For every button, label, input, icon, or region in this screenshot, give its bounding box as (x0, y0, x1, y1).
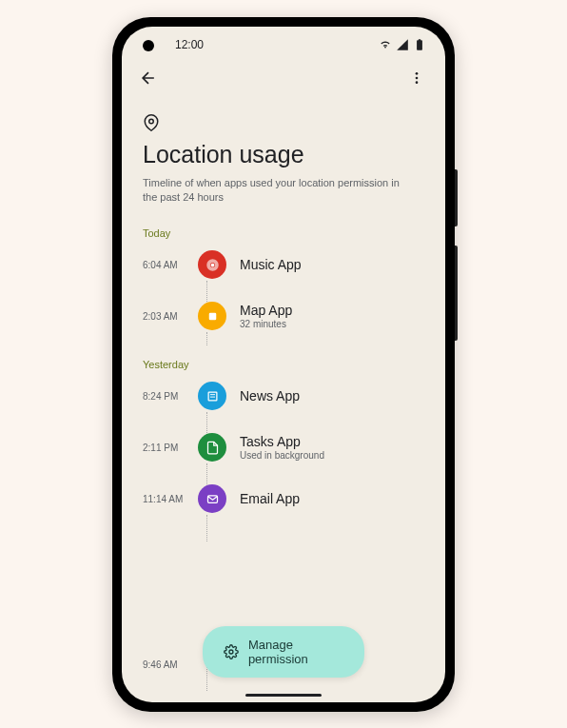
section-yesterday: Yesterday (143, 359, 424, 370)
content-area: Location usage Timeline of when apps use… (122, 103, 445, 537)
timeline-item[interactable]: 2:03 AM Map App 32 minutes (143, 302, 424, 353)
back-button[interactable] (139, 69, 158, 91)
partial-timeline-time: 9:46 AM (143, 659, 178, 670)
svg-point-10 (229, 650, 233, 654)
svg-point-4 (210, 263, 214, 266)
section-today: Today (143, 227, 424, 239)
status-icons (379, 38, 426, 51)
camera-hole (143, 40, 154, 51)
power-button (455, 246, 458, 341)
music-app-icon (198, 250, 226, 279)
svg-point-3 (149, 119, 154, 124)
svg-rect-5 (208, 313, 216, 321)
item-time: 2:03 AM (143, 311, 185, 322)
page-title: Location usage (143, 141, 424, 168)
manage-button-label: Manage permission (248, 638, 343, 666)
top-bar (122, 57, 445, 103)
tasks-app-icon (198, 433, 226, 462)
more-vert-icon (409, 70, 424, 86)
item-time: 2:11 PM (143, 443, 185, 453)
svg-rect-6 (208, 392, 217, 401)
svg-point-2 (416, 81, 419, 84)
manage-permission-button[interactable]: Manage permission (203, 626, 364, 678)
item-time: 6:04 AM (143, 260, 185, 270)
home-indicator[interactable] (245, 694, 322, 697)
app-name: Tasks App (240, 434, 324, 449)
status-time: 12:00 (175, 38, 204, 51)
overflow-menu[interactable] (405, 67, 428, 93)
timeline-item[interactable]: 2:11 PM Tasks App Used in background (143, 433, 424, 484)
app-name: Map App (240, 303, 292, 318)
battery-icon (413, 38, 426, 51)
map-app-icon (198, 302, 226, 330)
wifi-icon (379, 38, 392, 51)
arrow-left-icon (139, 69, 158, 88)
svg-point-1 (416, 76, 419, 79)
screen: 12:00 Location usage Timeline of when ap… (122, 27, 445, 702)
app-sub: Used in background (240, 450, 324, 461)
app-sub: 32 minutes (240, 319, 292, 329)
email-app-icon (198, 484, 226, 513)
news-app-icon (198, 382, 226, 410)
item-time: 8:24 PM (143, 391, 185, 402)
phone-frame: 12:00 Location usage Timeline of when ap… (112, 17, 455, 712)
app-name: Email App (240, 491, 300, 506)
app-name: Music App (240, 257, 302, 272)
timeline-item[interactable]: 8:24 PM News App (143, 382, 424, 433)
item-time: 11:14 AM (143, 494, 185, 504)
location-pin-icon (143, 112, 424, 137)
timeline-item[interactable]: 6:04 AM Music App (143, 250, 424, 302)
signal-icon (396, 38, 409, 51)
status-bar: 12:00 (122, 27, 445, 57)
volume-button (455, 169, 458, 226)
app-name: News App (240, 388, 300, 403)
timeline-item[interactable]: 11:14 AM Email App (143, 484, 424, 536)
page-subtitle: Timeline of when apps used your location… (143, 176, 409, 206)
gear-icon (224, 643, 239, 660)
svg-point-0 (416, 72, 419, 75)
